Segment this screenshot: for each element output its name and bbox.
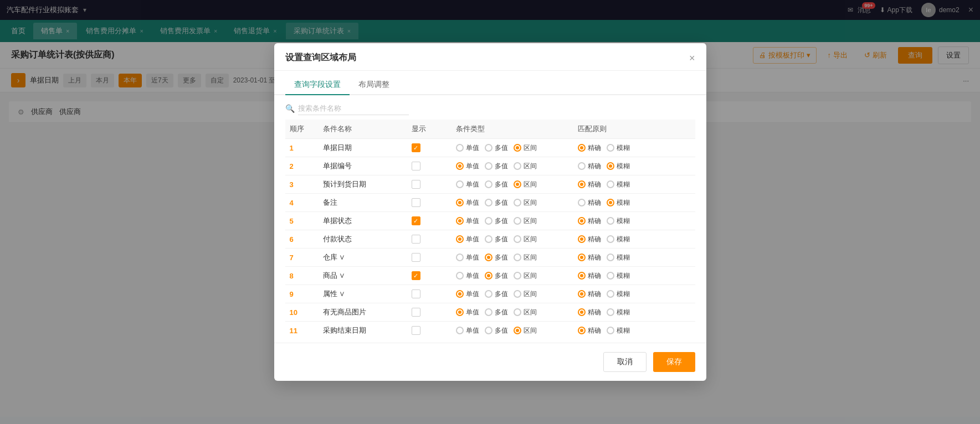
row-type-radios: 单值多值区间 <box>451 253 573 262</box>
row-display-checkbox[interactable] <box>407 253 451 262</box>
radio-type-single[interactable]: 单值 <box>456 235 479 244</box>
row-condition-name: 单据编号 <box>319 161 407 171</box>
row-display-checkbox[interactable] <box>407 308 451 317</box>
checkbox[interactable] <box>412 235 420 244</box>
radio-circle-match-exact <box>578 144 586 152</box>
radio-match-exact[interactable]: 精确 <box>578 289 601 299</box>
radio-match-exact[interactable]: 精确 <box>578 271 601 281</box>
radio-match-fuzzy[interactable]: 模糊 <box>607 180 630 189</box>
radio-type-range[interactable]: 区间 <box>514 235 537 244</box>
radio-match-fuzzy[interactable]: 模糊 <box>607 253 630 262</box>
radio-match-exact[interactable]: 精确 <box>578 198 601 208</box>
radio-type-single[interactable]: 单值 <box>456 216 479 226</box>
radio-label-match-exact: 精确 <box>588 271 601 281</box>
row-display-checkbox[interactable] <box>407 216 451 225</box>
radio-type-single[interactable]: 单值 <box>456 253 479 262</box>
radio-label-single: 单值 <box>466 180 479 189</box>
radio-match-exact[interactable]: 精确 <box>578 308 601 317</box>
checkbox[interactable] <box>412 143 420 152</box>
checkbox[interactable] <box>412 308 420 317</box>
radio-type-single[interactable]: 单值 <box>456 271 479 281</box>
radio-type-range[interactable]: 区间 <box>514 289 537 299</box>
radio-label-range: 区间 <box>524 162 537 171</box>
radio-type-multi[interactable]: 多值 <box>485 198 508 208</box>
radio-type-single[interactable]: 单值 <box>456 162 479 171</box>
radio-match-exact[interactable]: 精确 <box>578 180 601 189</box>
radio-type-multi[interactable]: 多值 <box>485 235 508 244</box>
dialog-close-button[interactable]: × <box>689 53 695 63</box>
radio-type-multi[interactable]: 多值 <box>485 162 508 171</box>
radio-match-exact[interactable]: 精确 <box>578 326 601 335</box>
radio-circle-match-exact <box>578 217 586 225</box>
save-button[interactable]: 保存 <box>653 352 695 372</box>
dialog-tab-layout[interactable]: 布局调整 <box>350 75 398 95</box>
radio-match-fuzzy[interactable]: 模糊 <box>607 235 630 244</box>
radio-type-range[interactable]: 区间 <box>514 216 537 226</box>
row-display-checkbox[interactable] <box>407 289 451 298</box>
radio-type-multi[interactable]: 多值 <box>485 308 508 317</box>
radio-match-fuzzy[interactable]: 模糊 <box>607 326 630 335</box>
checkbox[interactable] <box>412 253 420 262</box>
radio-type-multi[interactable]: 多值 <box>485 180 508 189</box>
radio-type-single[interactable]: 单值 <box>456 198 479 208</box>
radio-type-multi[interactable]: 多值 <box>485 216 508 226</box>
radio-type-single[interactable]: 单值 <box>456 180 479 189</box>
radio-type-multi[interactable]: 多值 <box>485 326 508 335</box>
checkbox[interactable] <box>412 289 420 298</box>
radio-label-multi: 多值 <box>495 289 508 299</box>
search-input[interactable] <box>298 102 409 115</box>
radio-type-single[interactable]: 单值 <box>456 308 479 317</box>
radio-label-match-exact: 精确 <box>588 253 601 262</box>
row-display-checkbox[interactable] <box>407 326 451 335</box>
row-index: 5 <box>285 217 319 225</box>
radio-match-exact[interactable]: 精确 <box>578 143 601 153</box>
radio-match-fuzzy[interactable]: 模糊 <box>607 271 630 281</box>
table-row: 4备注单值多值区间精确模糊 <box>285 194 695 212</box>
radio-type-multi[interactable]: 多值 <box>485 271 508 281</box>
checkbox[interactable] <box>412 271 420 280</box>
radio-match-fuzzy[interactable]: 模糊 <box>607 162 630 171</box>
radio-match-fuzzy[interactable]: 模糊 <box>607 289 630 299</box>
radio-label-single: 单值 <box>466 143 479 153</box>
radio-circle-match-fuzzy <box>607 254 614 261</box>
radio-type-multi[interactable]: 多值 <box>485 253 508 262</box>
row-display-checkbox[interactable] <box>407 271 451 280</box>
col-match: 匹配原则 <box>573 124 684 134</box>
radio-type-multi[interactable]: 多值 <box>485 289 508 299</box>
radio-type-range[interactable]: 区间 <box>514 180 537 189</box>
checkbox[interactable] <box>412 216 420 225</box>
table-row: 3预计到货日期单值多值区间精确模糊 <box>285 175 695 194</box>
row-display-checkbox[interactable] <box>407 235 451 244</box>
checkbox[interactable] <box>412 198 420 207</box>
row-display-checkbox[interactable] <box>407 180 451 189</box>
cancel-button[interactable]: 取消 <box>603 352 647 372</box>
radio-type-multi[interactable]: 多值 <box>485 143 508 153</box>
radio-type-single[interactable]: 单值 <box>456 326 479 335</box>
radio-match-exact[interactable]: 精确 <box>578 235 601 244</box>
row-display-checkbox[interactable] <box>407 162 451 170</box>
radio-match-exact[interactable]: 精确 <box>578 216 601 226</box>
radio-match-exact[interactable]: 精确 <box>578 253 601 262</box>
radio-match-exact[interactable]: 精确 <box>578 162 601 171</box>
row-display-checkbox[interactable] <box>407 198 451 207</box>
radio-circle-single <box>456 272 464 280</box>
radio-match-fuzzy[interactable]: 模糊 <box>607 198 630 208</box>
checkbox[interactable] <box>412 180 420 189</box>
radio-circle-range <box>514 308 521 316</box>
radio-type-range[interactable]: 区间 <box>514 308 537 317</box>
radio-type-single[interactable]: 单值 <box>456 143 479 153</box>
row-display-checkbox[interactable] <box>407 143 451 152</box>
dialog-tab-fields[interactable]: 查询字段设置 <box>285 75 350 95</box>
radio-type-range[interactable]: 区间 <box>514 198 537 208</box>
radio-match-fuzzy[interactable]: 模糊 <box>607 216 630 226</box>
radio-match-fuzzy[interactable]: 模糊 <box>607 308 630 317</box>
radio-match-fuzzy[interactable]: 模糊 <box>607 143 630 153</box>
radio-type-range[interactable]: 区间 <box>514 143 537 153</box>
radio-type-range[interactable]: 区间 <box>514 253 537 262</box>
radio-type-single[interactable]: 单值 <box>456 289 479 299</box>
radio-type-range[interactable]: 区间 <box>514 326 537 335</box>
checkbox[interactable] <box>412 326 420 335</box>
radio-type-range[interactable]: 区间 <box>514 162 537 171</box>
checkbox[interactable] <box>412 162 420 170</box>
radio-type-range[interactable]: 区间 <box>514 271 537 281</box>
